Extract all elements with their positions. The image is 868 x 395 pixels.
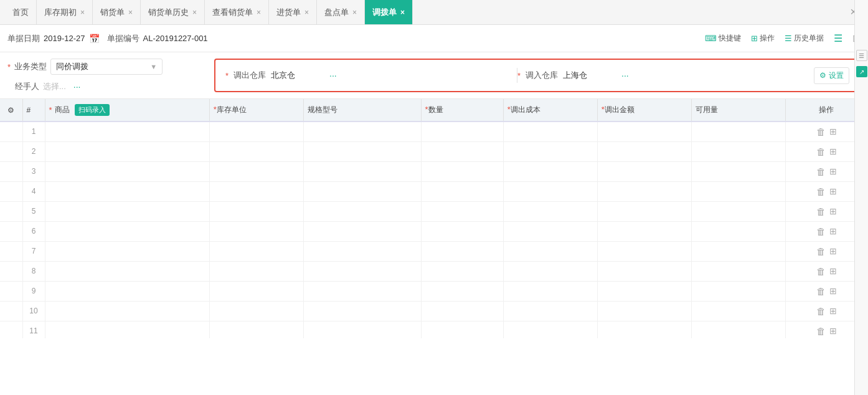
row-product-1[interactable] [45,121,209,141]
row-spec-8[interactable] [303,261,421,281]
row-available-4[interactable] [691,181,785,201]
delete-icon-5[interactable]: 🗑 [816,206,826,217]
delete-icon-1[interactable]: 🗑 [816,126,826,137]
copy-icon-5[interactable]: ⊞ [829,206,837,216]
row-qty-6[interactable] [421,221,503,241]
row-unit-11[interactable] [209,321,303,338]
tab-close-sales-history[interactable]: × [192,8,197,17]
row-product-8[interactable] [45,261,209,281]
row-cost-6[interactable] [503,221,597,241]
row-cost-10[interactable] [503,301,597,321]
tab-home[interactable]: 首页 [5,0,37,24]
row-unit-6[interactable] [209,221,303,241]
row-cost-8[interactable] [503,261,597,281]
row-unit-8[interactable] [209,261,303,281]
copy-icon-10[interactable]: ⊞ [829,306,837,316]
warehouse-out-more-button[interactable]: ··· [329,70,337,80]
row-qty-7[interactable] [421,241,503,261]
tab-close-view-sales[interactable]: × [257,8,261,17]
row-spec-4[interactable] [303,181,421,201]
delete-icon-8[interactable]: 🗑 [816,266,826,277]
handler-select[interactable]: 选择... [43,81,66,92]
tab-inventory-count[interactable]: 盘点单 × [317,0,365,24]
row-spec-1[interactable] [303,121,421,141]
row-unit-5[interactable] [209,201,303,221]
row-qty-5[interactable] [421,201,503,221]
row-amount-1[interactable] [597,121,691,141]
row-available-10[interactable] [691,301,785,321]
row-qty-3[interactable] [421,161,503,181]
row-unit-7[interactable] [209,241,303,261]
row-product-9[interactable] [45,281,209,301]
row-available-8[interactable] [691,261,785,281]
scan-entry-button[interactable]: 扫码录入 [75,104,110,116]
delete-icon-10[interactable]: 🗑 [816,306,826,316]
row-unit-9[interactable] [209,281,303,301]
history-button[interactable]: ☰ 历史单据 [785,33,824,44]
settings-button[interactable]: ⚙ 设置 [814,67,849,84]
col-header-gear[interactable]: ⚙ [0,99,22,121]
copy-icon-11[interactable]: ⊞ [829,326,837,336]
row-cost-9[interactable] [503,281,597,301]
warehouse-in-more-button[interactable]: ··· [621,70,629,80]
row-product-10[interactable] [45,301,209,321]
row-cost-3[interactable] [503,161,597,181]
row-available-1[interactable] [691,121,785,141]
row-amount-3[interactable] [597,161,691,181]
sidebar-list-icon[interactable]: ☰ [856,50,867,61]
handler-more-button[interactable]: ··· [73,82,81,92]
row-product-11[interactable] [45,321,209,338]
shortcuts-button[interactable]: ⌨ 快捷键 [705,33,741,44]
row-cost-4[interactable] [503,181,597,201]
row-spec-5[interactable] [303,201,421,221]
row-available-2[interactable] [691,141,785,161]
row-spec-11[interactable] [303,321,421,338]
tab-sales-history[interactable]: 销货单历史 × [141,0,205,24]
row-product-5[interactable] [45,201,209,221]
copy-icon-1[interactable]: ⊞ [829,126,837,136]
row-product-3[interactable] [45,161,209,181]
layout1-button[interactable]: ☰ [834,32,842,44]
row-cost-7[interactable] [503,241,597,261]
row-unit-4[interactable] [209,181,303,201]
row-product-6[interactable] [45,221,209,241]
row-spec-6[interactable] [303,221,421,241]
row-cost-11[interactable] [503,321,597,338]
tab-transfer-order[interactable]: 调拨单 × [365,0,413,24]
row-available-3[interactable] [691,161,785,181]
row-spec-9[interactable] [303,281,421,301]
row-amount-9[interactable] [597,281,691,301]
row-qty-8[interactable] [421,261,503,281]
tab-inventory-init[interactable]: 库存期初 × [37,0,93,24]
delete-icon-4[interactable]: 🗑 [816,186,826,197]
business-type-select[interactable]: 同价调拨 ▼ [50,59,163,75]
row-unit-1[interactable] [209,121,303,141]
row-amount-6[interactable] [597,221,691,241]
delete-icon-9[interactable]: 🗑 [816,286,826,297]
row-unit-10[interactable] [209,301,303,321]
row-amount-5[interactable] [597,201,691,221]
row-spec-10[interactable] [303,301,421,321]
copy-icon-7[interactable]: ⊞ [829,246,837,256]
row-available-11[interactable] [691,321,785,338]
tab-close-sales-order[interactable]: × [128,8,133,17]
row-spec-7[interactable] [303,241,421,261]
row-cost-2[interactable] [503,141,597,161]
copy-icon-9[interactable]: ⊞ [829,286,837,296]
delete-icon-11[interactable]: 🗑 [816,326,826,336]
tab-view-sales[interactable]: 查看销货单 × [205,0,269,24]
row-qty-10[interactable] [421,301,503,321]
row-amount-2[interactable] [597,141,691,161]
row-qty-9[interactable] [421,281,503,301]
copy-icon-2[interactable]: ⊞ [829,146,837,156]
row-qty-2[interactable] [421,141,503,161]
row-qty-1[interactable] [421,121,503,141]
row-unit-2[interactable] [209,141,303,161]
copy-icon-3[interactable]: ⊞ [829,166,837,176]
row-amount-4[interactable] [597,181,691,201]
operations-button[interactable]: ⊞ 操作 [751,33,775,44]
row-spec-3[interactable] [303,161,421,181]
delete-icon-2[interactable]: 🗑 [816,146,826,157]
tab-close-transfer-order[interactable]: × [400,8,405,17]
copy-icon-4[interactable]: ⊞ [829,186,837,196]
